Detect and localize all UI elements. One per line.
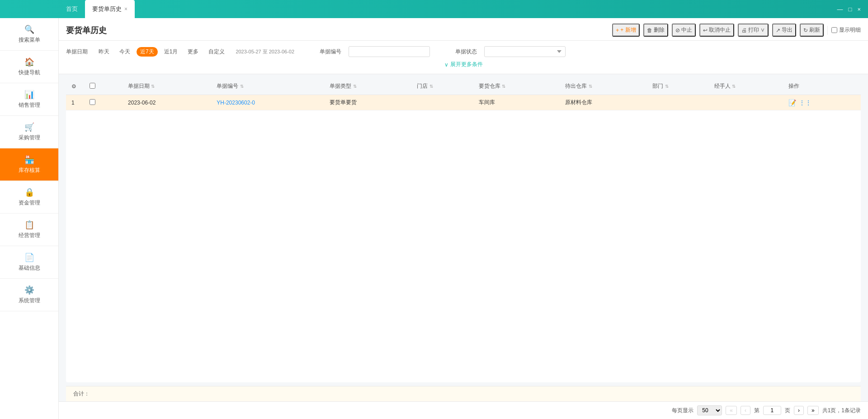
td-bill-type: 要货单要货	[324, 95, 411, 110]
date-filter-label: 单据日期	[66, 48, 88, 56]
home-icon: 🏠	[24, 57, 34, 67]
td-bill-date: 2023-06-02	[123, 95, 211, 110]
bill-no-link[interactable]: YH-20230602-0	[217, 100, 255, 106]
bill-no-label: 单据编号	[320, 48, 341, 56]
close-tab-icon[interactable]: ×	[124, 6, 127, 12]
select-all-checkbox[interactable]	[90, 83, 95, 89]
th-out-warehouse: 待出仓库 ⇅	[560, 78, 647, 95]
sidebar-item-operations[interactable]: 📋 经营管理	[0, 214, 58, 246]
data-table: ⚙ 单据日期 ⇅ 单据编号 ⇅	[66, 78, 861, 110]
tab-order-history[interactable]: 要货单历史 ×	[85, 0, 135, 18]
stop-button[interactable]: ⊘ 中止	[672, 24, 696, 37]
filter-row-1: 单据日期 昨天 今天 近7天 近1月 更多 自定义 2023-05-27 至 2…	[66, 46, 861, 57]
date-btn-last7[interactable]: 近7天	[137, 47, 158, 57]
sort-req-warehouse-icon[interactable]: ⇅	[502, 84, 505, 89]
th-req-warehouse: 要货仓库 ⇅	[473, 78, 560, 95]
export-button[interactable]: ↗ 导出	[772, 24, 796, 37]
sidebar-item-search[interactable]: 🔍 搜索菜单	[0, 18, 58, 51]
date-btn-custom[interactable]: 自定义	[205, 47, 228, 57]
bill-no-input[interactable]	[349, 46, 430, 57]
date-btn-more[interactable]: 更多	[184, 47, 202, 57]
date-btn-today[interactable]: 今天	[116, 47, 134, 57]
refresh-button[interactable]: ↻ 刷新	[800, 24, 824, 37]
sort-store-icon[interactable]: ⇅	[429, 84, 433, 89]
sidebar-item-basic-info[interactable]: 📄 基础信息	[0, 246, 58, 279]
th-bill-type: 单据类型 ⇅	[324, 78, 411, 95]
td-store	[411, 95, 473, 110]
sidebar-item-sales[interactable]: 📊 销售管理	[0, 83, 58, 116]
th-handler: 经手人 ⇅	[709, 78, 783, 95]
plus-icon: +	[616, 27, 619, 33]
sidebar-item-finance[interactable]: 🔒 资金管理	[0, 181, 58, 214]
data-table-container: ⚙ 单据日期 ⇅ 单据编号 ⇅	[66, 78, 861, 382]
page-number-input[interactable]	[763, 406, 781, 415]
print-icon: 🖨	[741, 27, 747, 33]
next-page-button[interactable]: ›	[794, 406, 804, 415]
table-row: 1 2023-06-02 YH-20230602-0 要货单要货 车间库	[66, 95, 861, 110]
more-action-icon[interactable]: ⋮⋮	[799, 99, 811, 106]
th-dept: 部门 ⇅	[647, 78, 708, 95]
sort-dept-icon[interactable]: ⇅	[665, 84, 669, 89]
top-bar: 首页 要货单历史 × — □ ×	[0, 0, 868, 18]
page-size-select[interactable]: 10 20 50 100	[697, 405, 722, 415]
sidebar-item-inventory[interactable]: 🏪 库存核算	[0, 148, 58, 181]
status-label: 单据状态	[455, 48, 477, 56]
system-icon: ⚙️	[24, 285, 34, 295]
td-bill-no: YH-20230602-0	[211, 95, 324, 110]
display-detail-checkbox[interactable]	[831, 27, 837, 33]
window-controls: — □ ×	[837, 6, 868, 13]
summary-row: 合计：	[66, 386, 861, 401]
total-info: 共1页，1条记录	[822, 407, 861, 414]
tab-home[interactable]: 首页	[59, 0, 85, 18]
cancel-stop-icon: ↩	[703, 27, 708, 33]
operations-icon: 📋	[24, 220, 34, 230]
row-checkbox[interactable]	[90, 99, 95, 105]
page-size-label: 每页显示	[672, 407, 693, 414]
print-button[interactable]: 🖨 打印 ∨	[738, 24, 769, 37]
cancel-stop-button[interactable]: ↩ 取消中止	[699, 24, 734, 37]
sidebar-item-shortcuts[interactable]: 🏠 快捷导航	[0, 51, 58, 83]
edit-action-icon[interactable]: 📝	[788, 99, 796, 106]
display-detail-toggle[interactable]: 显示明细	[831, 26, 861, 34]
search-menu-icon: 🔍	[24, 24, 34, 34]
stop-icon: ⊘	[675, 27, 680, 33]
page-header: 要货单历史 + + 新增 🗑 删除 ⊘ 中止 ↩ 取消中止	[59, 18, 868, 41]
expand-filter-btn[interactable]: ∨ 展开更多条件	[444, 61, 483, 68]
page-label: 第	[754, 407, 760, 414]
sort-bill-date-icon[interactable]: ⇅	[151, 84, 155, 89]
sort-handler-icon[interactable]: ⇅	[732, 84, 736, 89]
sidebar-item-purchase[interactable]: 🛒 采购管理	[0, 116, 58, 148]
th-checkbox	[84, 78, 123, 95]
sidebar-item-system[interactable]: ⚙️ 系统管理	[0, 279, 58, 311]
maximize-icon[interactable]: □	[849, 6, 852, 13]
td-out-warehouse: 原材料仓库	[560, 95, 647, 110]
status-select[interactable]: 草稿 已提交 已审核 已中止	[484, 46, 566, 57]
close-window-icon[interactable]: ×	[857, 6, 861, 13]
table-header-row: ⚙ 单据日期 ⇅ 单据编号 ⇅	[66, 78, 861, 95]
sort-out-warehouse-icon[interactable]: ⇅	[589, 84, 592, 89]
inventory-icon: 🏪	[24, 155, 34, 165]
date-quick-options: 昨天 今天 近7天 近1月 更多 自定义	[95, 47, 228, 57]
new-button[interactable]: + + 新增	[612, 24, 639, 37]
last-page-button[interactable]: »	[807, 406, 819, 415]
sort-bill-type-icon[interactable]: ⇅	[353, 84, 357, 89]
column-settings-icon[interactable]: ⚙	[71, 83, 76, 90]
sort-bill-no-icon[interactable]: ⇅	[240, 84, 244, 89]
delete-button[interactable]: 🗑 删除	[643, 24, 668, 37]
toolbar: + + 新增 🗑 删除 ⊘ 中止 ↩ 取消中止 🖨 打印 ∨	[612, 24, 861, 37]
minimize-icon[interactable]: —	[837, 6, 843, 13]
td-checkbox	[84, 95, 123, 110]
table-body: 1 2023-06-02 YH-20230602-0 要货单要货 车间库	[66, 95, 861, 110]
td-handler	[709, 95, 783, 110]
td-dept	[647, 95, 708, 110]
refresh-icon: ↻	[803, 27, 808, 33]
td-action: 📝 ⋮⋮	[783, 95, 861, 110]
prev-page-button[interactable]: ‹	[741, 406, 750, 415]
summary-label: 合计：	[73, 390, 90, 397]
date-btn-yesterday[interactable]: 昨天	[95, 47, 113, 57]
th-settings: ⚙	[66, 78, 84, 95]
first-page-button[interactable]: «	[726, 406, 737, 415]
pagination: 每页显示 10 20 50 100 « ‹ 第 页 › » 共1页，1条记录	[59, 401, 868, 419]
date-btn-last-month[interactable]: 近1月	[160, 47, 182, 57]
action-icons: 📝 ⋮⋮	[788, 99, 855, 106]
